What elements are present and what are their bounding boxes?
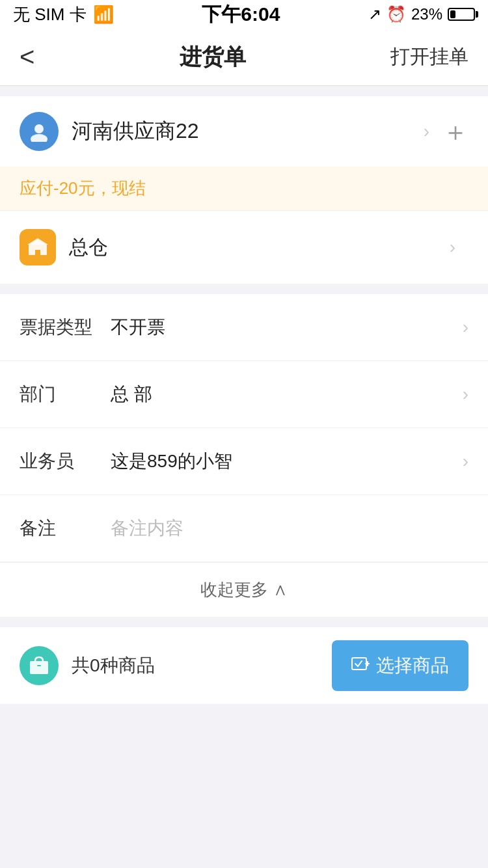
notice-text: 应付-20元，现结 bbox=[20, 178, 146, 198]
supplier-name[interactable]: 河南供应商22 bbox=[72, 117, 424, 146]
alarm-icon: ⏰ bbox=[386, 5, 406, 23]
select-product-button[interactable]: 选择商品 bbox=[332, 640, 468, 691]
gray-bottom-area bbox=[0, 704, 488, 868]
svg-marker-3 bbox=[27, 238, 48, 245]
svg-rect-4 bbox=[30, 661, 48, 674]
remarks-row[interactable]: 备注 备注内容 bbox=[0, 495, 488, 562]
nav-bar: < 进货单 打开挂单 bbox=[0, 29, 488, 86]
department-label: 部门 bbox=[20, 382, 98, 407]
battery-percent: 23% bbox=[411, 5, 442, 23]
warehouse-icon bbox=[20, 229, 56, 265]
collapse-button[interactable]: 收起更多 ∧ bbox=[0, 562, 488, 617]
add-button[interactable]: ＋ bbox=[442, 114, 468, 150]
top-divider bbox=[0, 86, 488, 96]
warehouse-row[interactable]: 总仓 › bbox=[0, 210, 488, 284]
page-title: 进货单 bbox=[180, 42, 246, 72]
remarks-label: 备注 bbox=[20, 516, 98, 541]
collapse-label: 收起更多 ∧ bbox=[200, 578, 287, 601]
salesperson-chevron-icon: › bbox=[463, 451, 468, 472]
remarks-input[interactable]: 备注内容 bbox=[111, 516, 468, 541]
svg-point-1 bbox=[31, 134, 47, 142]
supplier-avatar bbox=[20, 112, 59, 151]
salesperson-row[interactable]: 业务员 这是859的小智 › bbox=[0, 428, 488, 495]
status-time: 下午6:04 bbox=[202, 1, 280, 28]
carrier-text: 无 SIM 卡 bbox=[13, 3, 87, 26]
department-value: 总 部 bbox=[111, 382, 463, 407]
wifi-icon: 📶 bbox=[93, 5, 114, 25]
supplier-row: 河南供应商22 › ＋ bbox=[0, 96, 488, 167]
ticket-type-label: 票据类型 bbox=[20, 315, 98, 340]
form-section: 票据类型 不开票 › 部门 总 部 › 业务员 这是859的小智 › 备注 备注… bbox=[0, 294, 488, 617]
product-count: 共0种商品 bbox=[72, 653, 332, 678]
product-icon bbox=[20, 646, 59, 685]
department-chevron-icon: › bbox=[463, 384, 468, 405]
back-button[interactable]: < bbox=[20, 42, 34, 72]
status-left: 无 SIM 卡 📶 bbox=[13, 3, 114, 26]
svg-point-0 bbox=[34, 124, 44, 133]
svg-rect-5 bbox=[37, 665, 41, 666]
ticket-type-value: 不开票 bbox=[111, 315, 463, 340]
ticket-type-row[interactable]: 票据类型 不开票 › bbox=[0, 294, 488, 361]
location-icon: ↗ bbox=[368, 5, 381, 23]
salesperson-value: 这是859的小智 bbox=[111, 449, 463, 474]
ticket-type-chevron-icon: › bbox=[463, 317, 468, 338]
supplier-chevron-icon: › bbox=[424, 121, 429, 142]
notice-banner: 应付-20元，现结 bbox=[0, 167, 488, 210]
svg-rect-2 bbox=[35, 250, 40, 255]
status-bar: 无 SIM 卡 📶 下午6:04 ↗ ⏰ 23% bbox=[0, 0, 488, 29]
bottom-bar: 共0种商品 选择商品 bbox=[0, 627, 488, 704]
supplier-section: 河南供应商22 › ＋ 应付-20元，现结 总仓 › bbox=[0, 96, 488, 284]
open-pending-button[interactable]: 打开挂单 bbox=[390, 44, 468, 70]
select-product-label: 选择商品 bbox=[376, 653, 449, 678]
warehouse-name: 总仓 bbox=[69, 234, 450, 261]
salesperson-label: 业务员 bbox=[20, 449, 98, 474]
status-right: ↗ ⏰ 23% bbox=[368, 5, 475, 23]
battery-icon bbox=[448, 8, 475, 21]
department-row[interactable]: 部门 总 部 › bbox=[0, 361, 488, 428]
select-product-icon bbox=[351, 656, 370, 676]
warehouse-chevron-icon: › bbox=[450, 237, 455, 258]
